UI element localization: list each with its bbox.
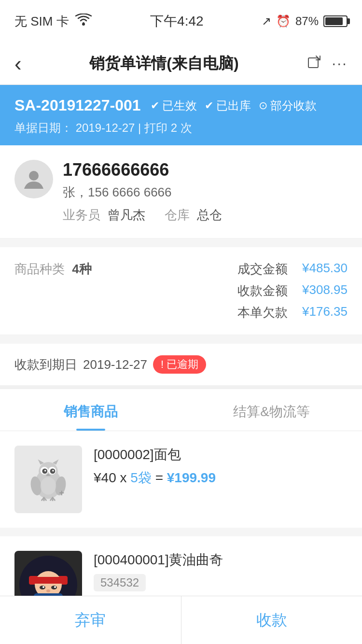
bottom-bar: 弃审 收款	[0, 596, 362, 644]
order-id: SA-20191227-001	[14, 97, 141, 114]
product-name-2: [000400001]黄油曲奇	[94, 551, 348, 569]
banner-date: 单据日期： 2019-12-27 | 打印 2 次	[14, 120, 348, 136]
financial-stats: 成交金额 ¥485.30 收款金额 ¥308.95 本单欠款 ¥176.35	[237, 261, 348, 321]
overdue-icon: !	[161, 358, 164, 371]
collection-row: 收款金额 ¥308.95	[237, 282, 348, 299]
header-banner: SA-20191227-001 ✔ 已生效 ✔ 已出库 ⊙ 部分收款 单据日期：…	[0, 85, 362, 145]
location-icon: ↗	[262, 14, 271, 28]
overdue-badge: ! 已逾期	[153, 355, 206, 374]
svg-point-30	[42, 586, 44, 588]
status-tag-shipped: ✔ 已出库	[205, 98, 251, 113]
tab-settlement[interactable]: 结算&物流等	[181, 389, 362, 431]
svg-point-16	[41, 477, 56, 495]
product-thumb-1: +	[14, 446, 82, 513]
stats-section: 商品种类 4种 成交金额 ¥485.30 收款金额 ¥308.95 本单欠款 ¥…	[0, 247, 362, 335]
status-tag-partial: ⊙ 部分收款	[259, 98, 317, 113]
status-right: ↗ ⏰ 87%	[262, 14, 348, 28]
avatar	[14, 160, 53, 198]
tab-sales-products[interactable]: 销售商品	[0, 389, 181, 431]
status-tag-effective: ✔ 已生效	[151, 98, 197, 113]
due-date-label: 收款到期日	[14, 356, 77, 373]
check-icon-2: ✔	[205, 99, 213, 112]
customer-id: 17666666666	[63, 160, 348, 180]
svg-point-29	[51, 586, 57, 589]
product-types: 商品种类 4种	[14, 261, 92, 278]
svg-point-12	[52, 470, 54, 472]
product-item-1: + [0000002]面包 ¥40 x 5袋 = ¥199.99	[0, 431, 362, 528]
svg-point-2	[29, 171, 39, 181]
transaction-row: 成交金额 ¥485.30	[237, 261, 348, 278]
due-date-value: 2019-12-27	[83, 357, 147, 372]
svg-text:+: +	[59, 488, 65, 498]
status-left: 无 SIM 卡	[14, 13, 92, 30]
customer-name-phone: 张，156 6666 6666	[63, 184, 348, 201]
share-button[interactable]	[306, 54, 322, 73]
product-price-1: ¥40 x 5袋 = ¥199.99	[94, 469, 348, 487]
customer-info: 17666666666 张，156 6666 6666 业务员 曾凡杰 仓库 总…	[63, 160, 348, 224]
check-icon-1: ✔	[151, 99, 159, 112]
customer-meta: 业务员 曾凡杰 仓库 总仓	[63, 207, 348, 224]
clock-icon: ⊙	[259, 99, 267, 112]
svg-point-32	[46, 589, 50, 592]
product-info-1: [0000002]面包 ¥40 x 5袋 = ¥199.99	[94, 446, 348, 487]
nav-bar: ‹ 销货单详情(来自电脑) ···	[0, 42, 362, 85]
status-tags: ✔ 已生效 ✔ 已出库 ⊙ 部分收款	[151, 98, 317, 113]
product-name-1: [0000002]面包	[94, 446, 348, 464]
time-display: 下午4:42	[150, 12, 204, 30]
svg-point-28	[40, 586, 45, 589]
nav-actions: ···	[306, 54, 348, 73]
cancel-button[interactable]: 弃审	[0, 596, 181, 644]
salesperson-info: 业务员 曾凡杰	[63, 207, 145, 224]
more-button[interactable]: ···	[332, 55, 348, 72]
due-date-section: 收款到期日 2019-12-27 ! 已逾期	[0, 344, 362, 389]
warehouse-info: 仓库 总仓	[165, 207, 222, 224]
debt-row: 本单欠款 ¥176.35	[237, 304, 348, 321]
back-button[interactable]: ‹	[14, 52, 22, 76]
tabs: 销售商品 结算&物流等	[0, 389, 362, 431]
svg-rect-27	[29, 577, 68, 584]
carrier-text: 无 SIM 卡	[14, 13, 69, 30]
status-bar: 无 SIM 卡 下午4:42 ↗ ⏰ 87%	[0, 0, 362, 42]
svg-point-31	[54, 586, 56, 588]
svg-point-11	[44, 470, 46, 472]
battery-icon	[323, 15, 348, 27]
battery-percent: 87%	[295, 14, 319, 28]
svg-point-0	[82, 23, 85, 26]
collect-button[interactable]: 收款	[181, 596, 362, 644]
wifi-icon	[75, 14, 92, 29]
alarm-icon: ⏰	[276, 14, 291, 28]
product-sku-2: 534532	[94, 574, 146, 591]
page-title: 销货单详情(来自电脑)	[89, 53, 238, 74]
customer-section: 17666666666 张，156 6666 6666 业务员 曾凡杰 仓库 总…	[0, 145, 362, 238]
